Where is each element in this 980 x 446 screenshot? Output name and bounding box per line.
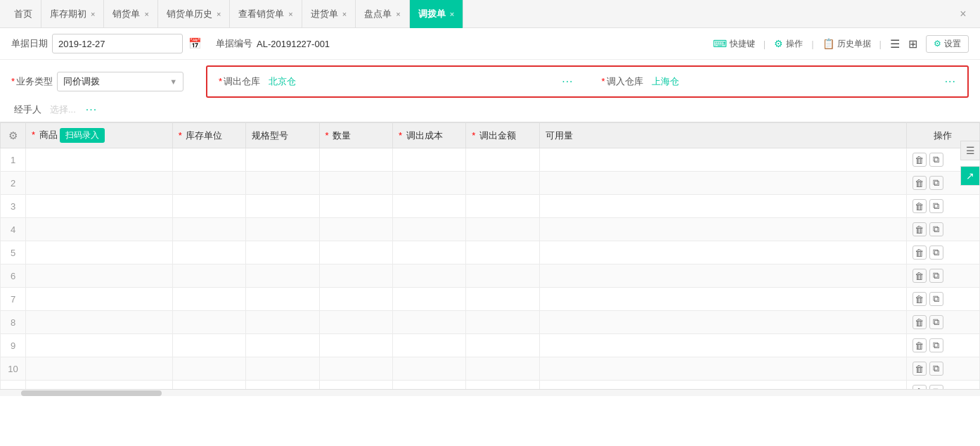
row-6-copy-icon[interactable]: ⧉	[929, 269, 943, 283]
row-1-copy-icon[interactable]: ⧉	[929, 153, 943, 167]
row-2-delete-icon[interactable]: 🗑	[913, 176, 927, 190]
number-label: 单据编号	[216, 37, 252, 50]
row-7-copy-icon[interactable]: ⧉	[929, 292, 943, 306]
warehouse-in-more-button[interactable]: ···	[945, 75, 956, 88]
scrollbar-area[interactable]	[0, 389, 980, 396]
calendar-icon[interactable]: 📅	[188, 37, 202, 50]
tab-home[interactable]: 首页	[6, 0, 41, 28]
tab-sales-order-close[interactable]: ×	[144, 10, 148, 18]
float-list-icon[interactable]: ☰	[960, 141, 980, 160]
product-req: *	[32, 129, 35, 140]
table-row: 2 🗑 ⧉	[1, 172, 980, 195]
row-5-copy-icon[interactable]: ⧉	[929, 246, 943, 260]
operations-button[interactable]: ⚙ 操作	[774, 38, 803, 50]
tab-sales-order-label: 销货单	[112, 8, 140, 20]
settings-button[interactable]: ⚙ 设置	[926, 35, 969, 53]
float-expand-icon[interactable]: ↗	[960, 166, 980, 186]
warehouse-in-group: *调入仓库 上海仓 ···	[602, 75, 956, 88]
table-row: 11 🗑⧉	[1, 381, 980, 390]
row-num-10: 10	[1, 357, 26, 381]
unit-req: *	[179, 130, 182, 141]
row-9-copy-icon[interactable]: ⧉	[929, 338, 943, 352]
date-input[interactable]	[52, 34, 183, 53]
business-type-select[interactable]: 同价调拨 ▼	[57, 72, 183, 91]
row-1-unit[interactable]	[172, 148, 245, 172]
close-all-tabs-button[interactable]: ×	[952, 3, 974, 25]
tab-stocktake-label: 盘点单	[364, 8, 392, 20]
business-type-group: *业务类型 同价调拨 ▼	[11, 72, 183, 91]
row-1-qty[interactable]	[319, 148, 392, 172]
row-2-amount[interactable]	[466, 172, 539, 195]
shortcuts-label: 快捷键	[730, 38, 755, 50]
tab-transfer-close[interactable]: ×	[450, 10, 454, 18]
row-10-copy-icon[interactable]: ⧉	[929, 362, 943, 376]
col-amount: * 调出金额	[466, 123, 539, 148]
row-1-product[interactable]	[26, 148, 173, 172]
warehouse-out-more-button[interactable]: ···	[562, 75, 573, 88]
row-2-cost[interactable]	[392, 172, 465, 195]
operator-more-button[interactable]: ···	[86, 103, 97, 116]
row-7-delete-icon[interactable]: 🗑	[913, 292, 927, 306]
row-num-1: 1	[1, 148, 26, 172]
scan-button[interactable]: 扫码录入	[60, 128, 105, 143]
history-icon: 📋	[823, 38, 834, 49]
header-right: ⌨ 快捷键 | ⚙ 操作 | 📋 历史单据 | ☰ ⊞ ⚙ 设置	[713, 35, 969, 53]
row-1-spec[interactable]	[246, 148, 319, 172]
row-11-copy-icon[interactable]: ⧉	[929, 385, 943, 389]
tab-sales-order[interactable]: 销货单 ×	[104, 0, 157, 28]
col-spec: 规格型号	[246, 123, 319, 148]
row-1-delete-icon[interactable]: 🗑	[913, 153, 927, 167]
tab-inventory-init[interactable]: 库存期初 ×	[41, 0, 104, 28]
table-wrapper: ⚙ * 商品 扫码录入 * 库存单位 规格型号 * 数量 *	[0, 122, 980, 389]
row-2-copy-icon[interactable]: ⧉	[929, 176, 943, 190]
tab-purchase[interactable]: 进货单 ×	[302, 0, 356, 28]
main-table: ⚙ * 商品 扫码录入 * 库存单位 规格型号 * 数量 *	[0, 122, 980, 389]
row-1-available[interactable]	[539, 148, 906, 172]
shortcuts-button[interactable]: ⌨ 快捷键	[713, 38, 755, 50]
row-5-delete-icon[interactable]: 🗑	[913, 246, 927, 260]
tab-transfer[interactable]: 调拨单 ×	[410, 0, 463, 28]
row-2-qty[interactable]	[319, 172, 392, 195]
row-3-copy-icon[interactable]: ⧉	[929, 199, 943, 213]
row-2-product[interactable]	[26, 172, 173, 195]
col-unit: * 库存单位	[172, 123, 245, 148]
business-type-label: *业务类型	[11, 75, 53, 88]
row-1-cost[interactable]	[392, 148, 465, 172]
row-2-unit[interactable]	[172, 172, 245, 195]
row-3-delete-icon[interactable]: 🗑	[913, 199, 927, 213]
tab-stocktake[interactable]: 盘点单 ×	[356, 0, 409, 28]
scrollbar-thumb[interactable]	[21, 390, 162, 396]
tab-purchase-label: 进货单	[311, 8, 338, 20]
row-6-delete-icon[interactable]: 🗑	[913, 269, 927, 283]
table-settings-icon[interactable]: ⚙	[8, 129, 18, 141]
tab-inventory-init-close[interactable]: ×	[91, 10, 95, 18]
row-4-delete-icon[interactable]: 🗑	[913, 222, 927, 236]
history-button[interactable]: 📋 历史单据	[823, 38, 871, 50]
tab-view-sales-close[interactable]: ×	[288, 10, 292, 18]
row-num-11: 11	[1, 381, 26, 390]
tab-stocktake-close[interactable]: ×	[396, 10, 400, 18]
tab-view-sales[interactable]: 查看销货单 ×	[230, 0, 302, 28]
row-10-delete-icon[interactable]: 🗑	[913, 362, 927, 376]
row-num-8: 8	[1, 311, 26, 334]
row-11-delete-icon[interactable]: 🗑	[913, 385, 927, 389]
header-row: 单据日期 📅 单据编号 AL-20191227-001 ⌨ 快捷键 | ⚙ 操作…	[0, 28, 980, 60]
divider1: |	[763, 39, 766, 49]
table-row: 7 🗑⧉	[1, 288, 980, 311]
row-8-copy-icon[interactable]: ⧉	[929, 315, 943, 329]
tab-sales-history[interactable]: 销货单历史 ×	[158, 0, 230, 28]
row-2-spec[interactable]	[246, 172, 319, 195]
layout-btn1[interactable]: ☰	[890, 37, 900, 51]
row-9-delete-icon[interactable]: 🗑	[913, 338, 927, 352]
out-required: *	[219, 76, 222, 87]
operator-placeholder[interactable]: 选择...	[50, 103, 76, 116]
layout-btn2[interactable]: ⊞	[908, 37, 917, 51]
row-4-copy-icon[interactable]: ⧉	[929, 222, 943, 236]
tab-sales-history-close[interactable]: ×	[217, 10, 221, 18]
row-2-available[interactable]	[539, 172, 906, 195]
tab-purchase-close[interactable]: ×	[342, 10, 347, 18]
divider2: |	[811, 39, 813, 49]
table-body: 1 🗑 ⧉ 2	[1, 148, 980, 390]
row-1-amount[interactable]	[466, 148, 539, 172]
row-8-delete-icon[interactable]: 🗑	[913, 315, 927, 329]
